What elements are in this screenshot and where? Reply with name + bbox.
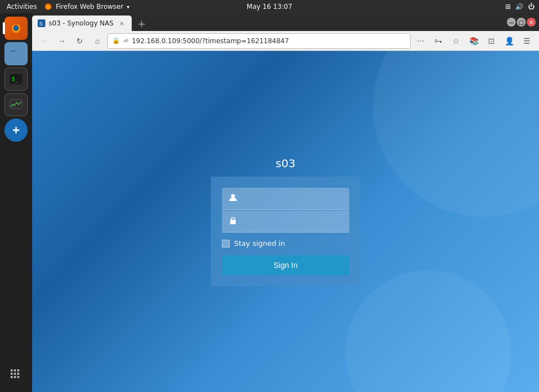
sign-in-button[interactable]: Sign In	[222, 255, 349, 275]
more-options-button[interactable]: ···	[413, 33, 428, 49]
reload-button[interactable]: ↻	[72, 33, 87, 49]
firefox-taskbar-icon	[44, 2, 53, 11]
terminal-icon: $_	[9, 72, 23, 86]
svg-rect-18	[14, 376, 16, 378]
new-tab-button[interactable]: +	[134, 16, 149, 31]
taskbar-terminal-icon[interactable]: $_	[4, 68, 28, 91]
svg-rect-16	[17, 373, 19, 375]
home-button[interactable]: ⌂	[90, 33, 105, 49]
browser-content: s03	[32, 51, 539, 392]
taskbar-software-icon[interactable]	[4, 118, 28, 142]
svg-rect-15	[14, 373, 16, 375]
volume-icon[interactable]: 🔊	[515, 3, 524, 11]
url-text: 192.168.0.109:5000/?timestamp=1621184847	[132, 37, 406, 45]
software-icon	[9, 123, 23, 137]
password-input[interactable]	[243, 217, 343, 225]
browser-chrome: S s03 - Synology NAS × + — □ ✕ ← → ↻ ⌂ 🔒…	[32, 13, 539, 51]
taskbar-files-icon[interactable]	[4, 42, 28, 65]
firefox-icon	[9, 21, 23, 35]
address-bar[interactable]: 🔒 ⇌ 192.168.0.109:5000/?timestamp=162118…	[107, 33, 411, 49]
svg-rect-17	[11, 376, 13, 378]
pocket-icon[interactable]: 🗝	[431, 33, 446, 49]
firefox-label: Firefox Web Browser	[56, 3, 123, 11]
username-field[interactable]	[222, 188, 349, 210]
svg-rect-4	[11, 50, 15, 52]
nav-right-icons: ··· 🗝 ☆ 📚 ⊡ 👤 ☰	[413, 33, 535, 49]
app-grid-icon[interactable]	[4, 363, 28, 386]
datetime-display: May 16 13:07	[247, 3, 292, 11]
network-icon[interactable]: ⊞	[505, 3, 511, 11]
svg-rect-7	[10, 100, 22, 109]
grid-icon	[9, 368, 23, 381]
user-icon	[229, 193, 237, 204]
svg-point-22	[231, 194, 235, 198]
left-taskbar: $_	[0, 13, 32, 392]
stay-signed-row: Stay signed in	[222, 239, 349, 247]
maximize-button[interactable]: □	[517, 18, 526, 27]
activities-button[interactable]: Activities	[4, 3, 39, 11]
window-controls: — □ ✕	[504, 13, 539, 31]
svg-text:S: S	[39, 21, 43, 27]
tab-sync-icon[interactable]: ⊡	[484, 33, 499, 49]
lock-icon	[229, 216, 237, 226]
account-icon[interactable]: 👤	[501, 33, 517, 49]
back-button[interactable]: ←	[37, 33, 52, 49]
browser-window: S s03 - Synology NAS × + — □ ✕ ← → ↻ ⌂ 🔒…	[32, 13, 539, 392]
login-card: Stay signed in Sign In	[211, 177, 360, 286]
system-bar: Activities Firefox Web Browser ▾ May 16 …	[0, 0, 539, 13]
minimize-button[interactable]: —	[507, 18, 516, 27]
svg-text:$_: $_	[12, 76, 19, 82]
firefox-dropdown-icon[interactable]: ▾	[127, 4, 129, 10]
stay-signed-checkbox[interactable]	[222, 240, 230, 247]
power-icon[interactable]: ⏻	[528, 3, 535, 11]
forward-button[interactable]: →	[54, 33, 70, 49]
svg-rect-14	[11, 373, 13, 375]
svg-rect-19	[17, 376, 19, 378]
taskbar-firefox: Firefox Web Browser ▾	[44, 2, 129, 11]
connection-icon: ⇌	[123, 37, 128, 44]
bookmark-icon[interactable]: ☆	[448, 33, 464, 49]
tab-close-button[interactable]: ×	[117, 19, 126, 28]
tab-bar: S s03 - Synology NAS × + — □ ✕	[32, 13, 539, 31]
menu-button[interactable]: ☰	[519, 33, 535, 49]
stay-signed-label: Stay signed in	[234, 239, 285, 247]
svg-rect-12	[14, 369, 16, 372]
svg-rect-11	[11, 369, 13, 372]
svg-point-2	[13, 25, 19, 31]
taskbar-firefox-icon[interactable]	[4, 17, 28, 40]
svg-rect-13	[17, 369, 19, 372]
security-icon: 🔒	[112, 37, 120, 44]
files-icon	[9, 47, 23, 61]
username-input[interactable]	[243, 194, 343, 203]
taskbar-monitor-icon[interactable]	[4, 93, 28, 116]
close-button[interactable]: ✕	[527, 18, 536, 27]
password-field[interactable]	[222, 210, 349, 233]
server-title: s03	[276, 157, 296, 170]
browser-tab[interactable]: S s03 - Synology NAS ×	[32, 16, 132, 31]
bookmarks-library-icon[interactable]: 📚	[466, 33, 481, 49]
tab-title: s03 - Synology NAS	[49, 19, 114, 27]
nav-bar: ← → ↻ ⌂ 🔒 ⇌ 192.168.0.109:5000/?timestam…	[32, 31, 539, 51]
synology-favicon: S	[38, 19, 45, 27]
svg-rect-23	[230, 220, 236, 224]
monitor-icon	[9, 97, 23, 112]
